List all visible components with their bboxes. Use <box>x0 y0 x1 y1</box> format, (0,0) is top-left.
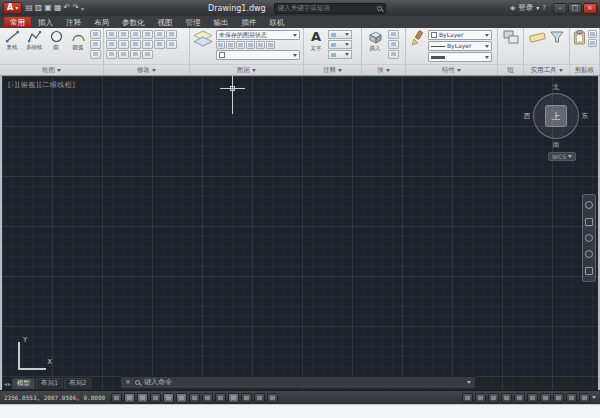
erase-tool-button[interactable] <box>142 40 153 49</box>
viewcube-south-label[interactable]: 南 <box>553 142 560 149</box>
ribbon-tab-plugins[interactable]: 插件 <box>236 17 263 28</box>
layer-select-dropdown[interactable] <box>216 50 300 60</box>
object-snap-tracking-toggle[interactable] <box>202 393 213 403</box>
close-icon[interactable]: × <box>125 379 131 386</box>
insert-block-button[interactable]: 插入 <box>364 30 386 51</box>
infer-constraints-toggle[interactable] <box>111 393 122 403</box>
viewcube-north-label[interactable]: 北 <box>553 84 560 91</box>
ribbon-tab-manage[interactable]: 管理 <box>180 17 207 28</box>
recent-commands-icon[interactable] <box>467 381 471 384</box>
plot-button[interactable]: ▦ <box>54 4 62 12</box>
search-input[interactable] <box>278 4 375 12</box>
layer-properties-button[interactable] <box>192 30 214 48</box>
command-line[interactable]: × 键入命令 <box>120 376 476 389</box>
workspace-switching-button[interactable] <box>540 393 551 403</box>
cut-clip-button[interactable] <box>588 39 597 47</box>
offset-tool-button[interactable] <box>166 40 177 49</box>
ribbon-tab-output[interactable]: 输出 <box>208 17 235 28</box>
block-attributes-button[interactable] <box>388 50 399 59</box>
clean-screen-button[interactable] <box>579 393 590 403</box>
move-tool-button[interactable] <box>106 30 117 39</box>
zoom-icon[interactable] <box>585 234 593 242</box>
redo-button[interactable]: ↷ <box>72 4 79 12</box>
lineweight-display-toggle[interactable] <box>241 393 252 403</box>
annotation-scale-button[interactable] <box>501 393 512 403</box>
viewcube-west-label[interactable]: 西 <box>524 113 531 120</box>
layout-scroll-left-icon[interactable]: ◂ <box>4 381 7 387</box>
exchange-apps-icon[interactable]: ◈ <box>510 5 515 12</box>
quick-view-layouts-button[interactable] <box>475 393 486 403</box>
ortho-mode-toggle[interactable] <box>150 393 161 403</box>
autoscale-toggle[interactable] <box>527 393 538 403</box>
qat-customize-dropdown[interactable]: ▾ <box>81 5 84 12</box>
status-bar-menu-icon[interactable] <box>592 396 596 399</box>
arc-tool-button[interactable]: 圆弧 <box>68 30 88 50</box>
tab-model[interactable]: 模型 <box>12 378 35 389</box>
rectangle-tool-button[interactable] <box>90 30 101 39</box>
grid-display-toggle[interactable] <box>137 393 148 403</box>
ribbon-tab-annotate[interactable]: 注释 <box>60 17 87 28</box>
create-block-button[interactable] <box>388 30 399 39</box>
array-tool-button[interactable] <box>130 40 141 49</box>
match-properties-button[interactable] <box>408 30 426 46</box>
scale-tool-button[interactable] <box>118 40 129 49</box>
viewport-controls[interactable]: [-][俯视][二维线框] <box>8 80 75 90</box>
clipboard-paste-icon[interactable] <box>573 30 586 45</box>
viewcube-top-face[interactable]: 上 <box>545 105 567 127</box>
tab-layout2[interactable]: 布局2 <box>64 378 91 389</box>
modify-tool-button[interactable] <box>106 50 117 59</box>
panel-draw-label[interactable]: 绘图 <box>0 64 103 75</box>
layer-isolate-button[interactable] <box>246 41 255 49</box>
coordinate-display[interactable]: 2356.0553, 2007.0506, 0.0000 <box>4 394 105 401</box>
panel-modify-label[interactable]: 修改 <box>104 64 189 75</box>
object-snap-toggle[interactable] <box>176 393 187 403</box>
command-prompt[interactable]: 键入命令 <box>144 379 463 386</box>
trim-tool-button[interactable] <box>130 30 141 39</box>
quick-properties-toggle[interactable] <box>267 393 278 403</box>
layout-scroll-right-icon[interactable]: ▸ <box>8 381 11 387</box>
leader-dropdown[interactable] <box>328 40 352 49</box>
panel-clipboard-label[interactable]: 剪贴板 <box>570 64 599 75</box>
ellipse-tool-button[interactable] <box>90 40 101 49</box>
help-icon[interactable]: ? <box>542 5 546 12</box>
hardware-acceleration-button[interactable] <box>566 393 577 403</box>
transparency-toggle[interactable] <box>254 393 265 403</box>
edit-block-button[interactable] <box>388 40 399 49</box>
showmotion-icon[interactable] <box>585 267 593 275</box>
minimize-button[interactable]: – <box>553 3 567 14</box>
snap-mode-toggle[interactable] <box>124 393 135 403</box>
rotate-tool-button[interactable] <box>118 30 129 39</box>
command-search-icon[interactable] <box>135 380 140 385</box>
group-icon[interactable] <box>503 30 519 44</box>
panel-properties-label[interactable]: 特性 <box>406 64 497 75</box>
linetype-dropdown[interactable]: ByLayer <box>428 41 492 51</box>
layer-state-dropdown[interactable]: 未保存的图层状态 <box>216 30 300 40</box>
dynamic-ucs-toggle[interactable] <box>215 393 226 403</box>
chevron-down-icon[interactable]: ▾ <box>536 5 539 11</box>
search-icon[interactable] <box>377 6 382 11</box>
3d-object-snap-toggle[interactable] <box>189 393 200 403</box>
ribbon-tab-insert[interactable]: 插入 <box>32 17 59 28</box>
layer-lock-button[interactable] <box>236 41 245 49</box>
wcs-menu[interactable]: WCS <box>548 152 576 161</box>
lineweight-dropdown[interactable] <box>428 52 492 62</box>
layer-freeze-button[interactable] <box>226 41 235 49</box>
panel-utilities-label[interactable]: 实用工具 <box>524 64 569 75</box>
tab-layout1[interactable]: 布局1 <box>36 378 63 389</box>
panel-annotation-label[interactable]: 注释 <box>304 64 361 75</box>
layer-on-off-button[interactable] <box>216 41 225 49</box>
polyline-tool-button[interactable]: 多段线 <box>24 30 44 50</box>
annotation-visibility-toggle[interactable] <box>514 393 525 403</box>
table-dropdown[interactable] <box>328 50 352 59</box>
layer-previous-button[interactable] <box>266 41 275 49</box>
copy-clip-button[interactable] <box>588 30 597 38</box>
layer-match-button[interactable] <box>256 41 265 49</box>
application-menu-button[interactable]: A ▾ <box>3 2 22 14</box>
toolbar-lock-button[interactable] <box>553 393 564 403</box>
mirror-tool-button[interactable] <box>154 30 165 39</box>
ribbon-tab-layout[interactable]: 布局 <box>88 17 115 28</box>
open-file-button[interactable]: ▨ <box>35 4 43 12</box>
pan-icon[interactable] <box>585 218 593 226</box>
modify-tool-button[interactable] <box>142 50 153 59</box>
copy-tool-button[interactable] <box>142 30 153 39</box>
